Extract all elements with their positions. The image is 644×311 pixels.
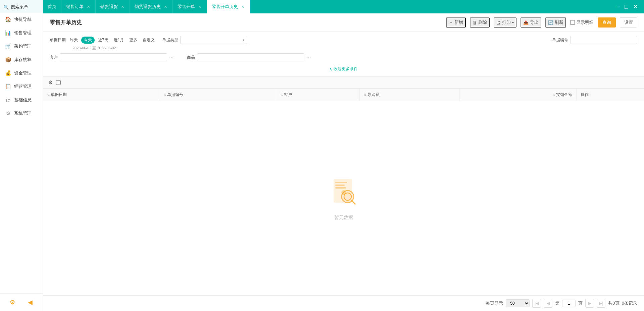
system-icon: ⚙ (5, 110, 11, 117)
empty-icon (327, 176, 360, 209)
query-button[interactable]: 查询 (598, 17, 616, 28)
sidebar-item-purchase-mgmt[interactable]: 🛒 采购管理 (0, 40, 43, 53)
tab-retail-history-label: 零售开单历史 (212, 4, 238, 10)
tab-retail-open[interactable]: 零售开单 ✕ (173, 0, 207, 13)
tab-sales-return-history-label: 销货退货历史 (135, 4, 161, 10)
base-info-icon: 🗂 (5, 97, 11, 103)
order-no-input[interactable] (570, 36, 637, 44)
table-header-row: 单据日期 单据编号 客户 导购员 实销金额 操作 (43, 89, 644, 101)
goods-input[interactable] (197, 53, 304, 61)
first-page-btn[interactable]: |◀ (532, 299, 541, 308)
tab-sales-return-close[interactable]: ✕ (120, 4, 125, 9)
th-date-sort[interactable]: 单据日期 (47, 92, 67, 98)
sidebar-item-base-info[interactable]: 🗂 基础信息 (0, 93, 43, 107)
sidebar-search[interactable]: 🔍 搜索采单 (0, 0, 43, 13)
th-action: 操作 (577, 89, 644, 101)
customer-dots[interactable]: ··· (169, 54, 174, 60)
sidebar-collapse-btn[interactable]: ◀ (25, 297, 36, 308)
tab-sales-return[interactable]: 销货退货 ✕ (96, 0, 130, 13)
sidebar-item-label: 资金管理 (14, 70, 32, 76)
date-btn-7days[interactable]: 近7天 (96, 37, 110, 44)
select-all-checkbox[interactable] (56, 80, 61, 85)
current-page-input[interactable] (562, 300, 576, 307)
tab-home-label: 首页 (48, 4, 56, 10)
th-amount-sort[interactable]: 实销金额 (552, 92, 572, 98)
header-actions: ＋ 新增 🗑 删除 🖨 打印 ▾ 📤 导出 🔄 刷新 显示 (446, 17, 637, 28)
tab-sales-return-history[interactable]: 销货退货历史 ✕ (130, 0, 173, 13)
sales-icon: 📊 (5, 30, 11, 36)
tab-retail-history-close[interactable]: ✕ (241, 4, 245, 9)
print-button[interactable]: 🖨 打印 ▾ (494, 17, 516, 28)
delete-button[interactable]: 🗑 删除 (470, 17, 490, 28)
delete-icon: 🗑 (473, 20, 477, 25)
date-btn-1month[interactable]: 近1月 (112, 37, 126, 44)
sidebar-item-label: 经营管理 (14, 84, 32, 90)
sidebar-item-sales-mgmt[interactable]: 📊 销售管理 (0, 26, 43, 40)
tab-sales-return-label: 销货退货 (100, 4, 118, 10)
query-label: 查询 (602, 20, 611, 25)
sidebar-settings-btn[interactable]: ⚙ (7, 297, 18, 308)
sidebar-item-label: 销售管理 (14, 30, 32, 36)
tab-sales-order[interactable]: 销售订单 ✕ (61, 0, 96, 13)
sidebar-item-inventory[interactable]: 📦 库存核算 (0, 53, 43, 66)
main-content: 首页 销售订单 ✕ 销货退货 ✕ 销货退货历史 ✕ 零售开单 ✕ 零售开单历史 … (43, 0, 644, 311)
sidebar-nav: 🏠 快捷导航 📊 销售管理 🛒 采购管理 📦 库存核算 💰 资金管理 📋 经营管… (0, 13, 43, 293)
date-btn-custom[interactable]: 自定义 (141, 37, 157, 44)
refresh-label: 刷新 (555, 19, 563, 25)
refresh-button[interactable]: 🔄 刷新 (545, 17, 566, 28)
empty-state: 暂无数据 (43, 101, 644, 295)
th-customer: 客户 (276, 89, 359, 101)
table-settings-icon[interactable]: ⚙ (48, 80, 53, 86)
th-guide-sort[interactable]: 导购员 (364, 92, 380, 98)
th-order-no-sort[interactable]: 单据编号 (163, 92, 183, 98)
display-detail-check[interactable]: 显示明细 (570, 19, 594, 25)
svg-rect-1 (335, 182, 347, 183)
tab-home[interactable]: 首页 (43, 0, 61, 13)
sidebar-item-quick-nav[interactable]: 🏠 快捷导航 (0, 13, 43, 26)
collapse-icon: ◀ (28, 299, 33, 306)
tab-sales-return-history-close[interactable]: ✕ (163, 4, 168, 9)
sidebar-item-finance[interactable]: 💰 资金管理 (0, 66, 43, 80)
total-text: 共0页, 0条记录 (608, 300, 637, 306)
page-title: 零售开单历史 (50, 19, 82, 26)
tab-retail-open-close[interactable]: ✕ (198, 4, 202, 9)
collapse-btn[interactable]: ∧ 收起更多条件 (329, 66, 358, 72)
tab-retail-history[interactable]: 零售开单历史 ✕ (207, 0, 250, 13)
settings-button[interactable]: 设置 (620, 17, 637, 28)
maximize-btn[interactable]: □ (623, 2, 630, 12)
type-select[interactable] (180, 36, 247, 44)
sidebar-search-label: 搜索采单 (11, 4, 28, 10)
th-date: 单据日期 (43, 89, 159, 101)
close-btn[interactable]: ✕ (632, 2, 639, 12)
svg-line-6 (352, 201, 355, 204)
prev-page-btn[interactable]: ◀ (544, 299, 552, 308)
display-detail-checkbox[interactable] (570, 20, 575, 25)
date-btn-yesterday[interactable]: 昨天 (68, 37, 80, 44)
type-select-wrap (180, 36, 247, 44)
th-customer-sort[interactable]: 客户 (280, 92, 292, 98)
svg-point-7 (341, 190, 346, 195)
purchase-icon: 🛒 (5, 43, 11, 50)
goods-dots[interactable]: ··· (306, 54, 311, 60)
page-size-select[interactable]: 10 20 50 100 (506, 299, 530, 307)
date-btn-more[interactable]: 更多 (127, 37, 139, 44)
date-btn-today[interactable]: 今天 (81, 37, 95, 44)
filter-row-2: 客户 ··· 商品 ··· (50, 53, 637, 61)
sidebar-item-label: 系统管理 (14, 110, 32, 116)
print-label: 打印 (502, 19, 511, 25)
sidebar-item-ops[interactable]: 📋 经营管理 (0, 80, 43, 93)
add-button[interactable]: ＋ 新增 (446, 17, 466, 28)
next-page-btn[interactable]: ▶ (585, 299, 594, 308)
add-label: 新增 (454, 19, 463, 25)
sidebar-item-system[interactable]: ⚙ 系统管理 (0, 107, 43, 120)
last-page-btn[interactable]: ▶| (597, 299, 605, 308)
export-button[interactable]: 📤 导出 (521, 17, 541, 28)
tab-sales-order-close[interactable]: ✕ (86, 4, 91, 9)
sidebar-item-label: 基础信息 (14, 97, 32, 103)
sidebar-item-label: 采购管理 (14, 43, 32, 49)
minimize-btn[interactable]: ─ (614, 2, 621, 12)
customer-input[interactable] (60, 53, 167, 61)
delete-label: 删除 (478, 19, 487, 25)
type-label: 单据类型 (162, 37, 178, 43)
customer-label: 客户 (50, 55, 58, 60)
